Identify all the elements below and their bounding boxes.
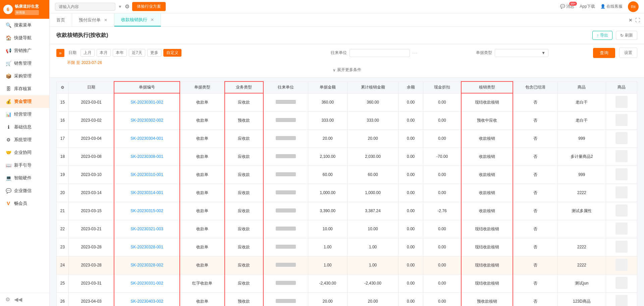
filter-date-this-year[interactable]: 本年 xyxy=(113,49,127,57)
doc-no-link[interactable]: SK-20230310-001 xyxy=(130,172,163,177)
sidebar-item-operation[interactable]: 📊 经营管理 xyxy=(0,108,49,121)
td-product xyxy=(558,220,606,238)
td-product2 xyxy=(606,166,637,184)
sidebar-item-quick-nav[interactable]: 🏠 快捷导航 xyxy=(0,32,49,44)
td-amount: 360.00 xyxy=(308,93,347,111)
td-biz-type: 应收款 xyxy=(225,238,263,256)
online-service-link[interactable]: 👤 在线客服 xyxy=(600,4,623,9)
sidebar-item-purchase[interactable]: 📦 采购管理 xyxy=(0,70,49,82)
sidebar-bottom: ⚙ ◀◀ xyxy=(0,293,49,306)
tab-close-all-icon[interactable]: ✕ xyxy=(629,17,633,23)
doc-no-link[interactable]: SK-20230302-002 xyxy=(130,118,163,123)
doc-no-link[interactable]: SK-20230328-002 xyxy=(130,263,163,267)
doc-no-link[interactable]: SK-20230314-001 xyxy=(130,190,163,195)
sidebar-item-hardware[interactable]: 💻 智能硬件 xyxy=(0,172,49,184)
td-doc-no: SK-20230328-001 xyxy=(114,238,180,256)
td-doc-no: SK-20230321-003 xyxy=(114,220,180,238)
tab-home[interactable]: 首页 xyxy=(50,13,72,26)
table-row: 17 2023-03-04 SK-20230304-001 收款单 应收款 20… xyxy=(57,129,637,147)
doc-no-link[interactable]: SK-20230304-001 xyxy=(130,136,163,141)
inventory-icon: 🗄 xyxy=(5,86,11,92)
filter-partner-input[interactable] xyxy=(350,49,410,57)
td-cash-discount: -2.76 xyxy=(423,202,461,220)
filter-doctype-select[interactable]: ▼ xyxy=(495,49,548,57)
th-product2: 商品 xyxy=(606,81,637,93)
doc-no-link[interactable]: SK-20230301-002 xyxy=(130,100,163,105)
table-gear-icon[interactable]: ⚙ xyxy=(61,85,64,90)
td-no: 20 xyxy=(57,184,69,202)
td-product: 2222 xyxy=(558,256,606,274)
tab-expand-icon[interactable]: ⛶ xyxy=(635,17,640,23)
sidebar-item-member[interactable]: V 畅会员 xyxy=(0,197,49,210)
filter-date-more[interactable]: 更多 xyxy=(147,49,161,57)
th-gear[interactable]: ⚙ xyxy=(57,81,69,93)
td-date: 2023-03-14 xyxy=(69,184,114,202)
td-partner xyxy=(263,238,308,256)
sidebar-label-marketing: 营销推广 xyxy=(14,48,32,54)
filter-date-custom[interactable]: 自定义 xyxy=(163,49,181,57)
gear-settings-icon[interactable]: ⚙ xyxy=(125,3,129,10)
table-header-row: ⚙ 日期 单据编号 单据类型 业务类型 往来单位 单据金额 累计核销金额 余额 … xyxy=(57,81,637,93)
export-button[interactable]: ↑ 导出 xyxy=(592,31,612,40)
doc-no-link[interactable]: SK-20230328-001 xyxy=(130,245,163,249)
sidebar-item-wechat[interactable]: 💬 企业微信 xyxy=(0,184,49,197)
query-button[interactable]: 查询 xyxy=(593,48,615,58)
sidebar-item-system[interactable]: ⚙ 系统管理 xyxy=(0,133,49,146)
sidebar-item-inventory[interactable]: 🗄 库存核算 xyxy=(0,82,49,95)
doc-no-link[interactable]: SK-20230403-002 xyxy=(130,299,163,304)
tab-prepay[interactable]: 预付应付单 ✕ xyxy=(72,13,114,26)
td-partner xyxy=(263,274,308,292)
th-include-settled: 包含已结清 xyxy=(513,81,557,93)
sidebar-item-marketing[interactable]: 📢 营销推广 xyxy=(0,44,49,57)
filter-date-last-month[interactable]: 上月 xyxy=(80,49,95,57)
td-no: 25 xyxy=(57,274,69,292)
setting-button[interactable]: 设置 xyxy=(619,48,637,58)
td-date: 2023-03-28 xyxy=(69,238,114,256)
td-doc-no: SK-20230301-002 xyxy=(114,93,180,111)
td-biz-type: 应收款 xyxy=(225,166,263,184)
settings-gear-icon[interactable]: ⚙ xyxy=(5,296,10,303)
sidebar-item-search[interactable]: 🔍 搜索菜单 xyxy=(0,19,49,32)
doc-no-link[interactable]: SK-20230315-002 xyxy=(130,208,163,213)
dropdown-arrow-icon[interactable]: ▼ xyxy=(118,4,122,9)
avatar[interactable]: Rit xyxy=(628,1,639,12)
td-cancel-type: 预收中应收 xyxy=(461,111,513,129)
filter-date-this-month[interactable]: 本月 xyxy=(97,49,111,57)
td-date: 2023-03-28 xyxy=(69,256,114,274)
sidebar-item-enterprise[interactable]: 🤝 企业协同 xyxy=(0,146,49,159)
td-amount: 20.00 xyxy=(308,292,347,306)
th-amount: 单据金额 xyxy=(308,81,347,93)
sales-icon: 🛒 xyxy=(5,60,11,66)
sidebar-item-sales[interactable]: 🛒 销售管理 xyxy=(0,57,49,70)
sidebar-label-sales: 销售管理 xyxy=(14,60,32,66)
refresh-button[interactable]: ↻ 刷新 xyxy=(616,31,637,40)
logo-text: 畅康道好生意 xyxy=(15,4,39,9)
doc-no-link[interactable]: SK-20230331-002 xyxy=(130,281,163,286)
notification-area[interactable]: 💬 消息 99+ xyxy=(560,4,574,9)
app-download-link[interactable]: App下载 xyxy=(580,4,595,9)
sidebar-item-guide[interactable]: 📖 新手引导 xyxy=(0,159,49,172)
tab-receipt-exec[interactable]: 收款核销执行 ✕ xyxy=(114,13,161,26)
doc-no-link[interactable]: SK-20230308-001 xyxy=(130,154,163,159)
expand-conditions-button[interactable]: ∨ 展开更多条件 xyxy=(333,67,361,73)
doc-no-link[interactable]: SK-20230321-003 xyxy=(130,227,163,231)
td-product: 老白干 xyxy=(558,93,606,111)
breadcrumb-input[interactable] xyxy=(55,3,115,11)
solution-button[interactable]: 体验行业方案 xyxy=(132,2,166,11)
tab-receipt-close[interactable]: ✕ xyxy=(151,17,154,22)
tab-prepay-close[interactable]: ✕ xyxy=(104,18,107,22)
td-balance: 0.00 xyxy=(398,129,423,147)
filter-toggle-button[interactable]: » xyxy=(56,49,64,57)
filter-partner-group: 往来单位 ··· xyxy=(331,49,472,57)
sidebar-item-finance[interactable]: 💰 资金管理 xyxy=(0,95,49,108)
sidebar-item-basic[interactable]: ℹ 基础信息 xyxy=(0,121,49,133)
td-partner xyxy=(263,93,308,111)
filter-date-7days[interactable]: 近7天 xyxy=(129,49,145,57)
td-balance: 0.00 xyxy=(398,202,423,220)
td-product: 999 xyxy=(558,129,606,147)
finance-icon: 💰 xyxy=(5,99,11,105)
sidebar-collapse-icon[interactable]: ◀◀ xyxy=(14,296,22,303)
td-include-settled: 否 xyxy=(513,202,557,220)
td-doc-no: SK-20230310-001 xyxy=(114,166,180,184)
topbar: ▼ ⚙ 体验行业方案 💬 消息 99+ App下载 👤 在线客服 Rit xyxy=(50,0,644,13)
